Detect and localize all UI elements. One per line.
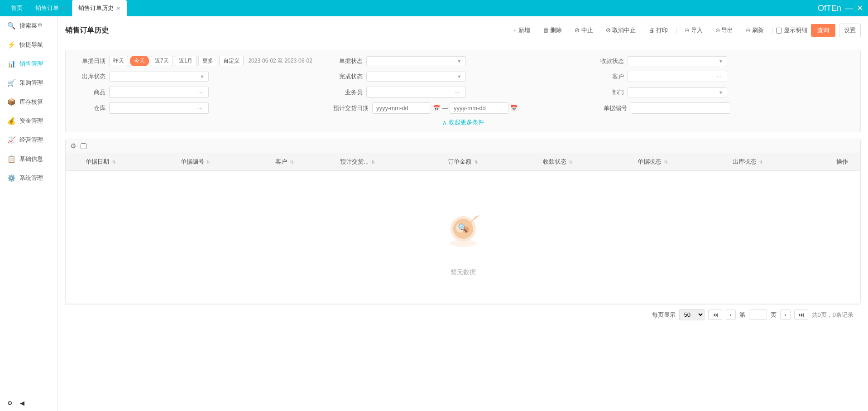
content-area: 销售订单历史 + 新增 🗑 删除 ⊘ 中止 ⊘ 取消中止 🖨 打印 ⊙ 导入 ⊙… bbox=[58, 16, 868, 411]
tab-home-label: 首页 bbox=[11, 4, 23, 12]
th-no[interactable]: 单据编号 ⇅ bbox=[177, 153, 272, 171]
goods-select[interactable]: ··· bbox=[109, 87, 209, 98]
warehouse-select[interactable]: ··· bbox=[109, 102, 209, 114]
receipt-status-label: 收款状态 bbox=[591, 57, 628, 65]
sidebar-item-sys-mgmt[interactable]: ⚙️ 系统管理 bbox=[0, 169, 58, 188]
salesperson-label: 业务员 bbox=[335, 88, 366, 97]
first-page-btn[interactable]: ⏮ bbox=[708, 309, 722, 320]
date-btn-today[interactable]: 今天 bbox=[130, 56, 149, 66]
warehouse-dots[interactable]: ··· bbox=[196, 105, 205, 111]
salesperson-dots[interactable]: ··· bbox=[453, 89, 462, 96]
receipt-status-select[interactable]: ▼ bbox=[628, 56, 727, 66]
sidebar-sys-mgmt-label: 系统管理 bbox=[19, 174, 43, 182]
new-button[interactable]: + 新增 bbox=[508, 24, 534, 37]
prev-page-btn[interactable]: ‹ bbox=[726, 309, 736, 320]
collapse-label[interactable]: 收起更多条件 bbox=[449, 118, 484, 126]
sys-mgmt-icon: ⚙️ bbox=[7, 174, 16, 182]
purchase-mgmt-icon: 🛒 bbox=[7, 79, 16, 87]
sort-amount-icon: ⇅ bbox=[474, 160, 478, 164]
delete-button[interactable]: 🗑 删除 bbox=[538, 24, 567, 37]
search-menu-icon: 🔍 bbox=[7, 22, 16, 30]
page-input[interactable]: 1 bbox=[749, 309, 767, 320]
stock-status-label: 出库状态 bbox=[73, 73, 109, 81]
date-btn-yesterday[interactable]: 昨天 bbox=[109, 56, 128, 66]
date-btn-7days[interactable]: 近7天 bbox=[151, 56, 173, 66]
th-delivery[interactable]: 预计交货... ⇅ bbox=[336, 153, 444, 171]
close-btn[interactable]: ✕ bbox=[857, 3, 863, 13]
table-settings-icon[interactable]: ⚙ bbox=[70, 142, 76, 150]
empty-state: 🔍 暂无数据 bbox=[66, 171, 860, 304]
receipt-status-arrow: ▼ bbox=[718, 58, 723, 64]
tab-sales-order[interactable]: 销售订单 ✕ bbox=[29, 0, 72, 16]
date-btn-custom[interactable]: 自定义 bbox=[219, 56, 244, 66]
sidebar-item-finance[interactable]: 💰 资金管理 bbox=[0, 111, 58, 131]
date-btn-more[interactable]: 更多 bbox=[198, 56, 217, 66]
import-button[interactable]: ⊙ 导入 bbox=[680, 24, 707, 37]
table-toolbar: ⚙ bbox=[66, 139, 860, 153]
sidebar-item-basic-info[interactable]: 📋 基础信息 bbox=[0, 150, 58, 169]
minimize-btn[interactable]: — bbox=[845, 4, 853, 13]
query-button[interactable]: 查询 bbox=[811, 24, 835, 37]
customer-dots[interactable]: ··· bbox=[715, 73, 724, 80]
print-button[interactable]: 🖨 打印 bbox=[644, 24, 673, 37]
customer-select[interactable]: ··· bbox=[628, 71, 727, 82]
bill-no-input[interactable] bbox=[631, 102, 730, 114]
sidebar-finance-label: 资金管理 bbox=[19, 117, 43, 125]
last-page-btn[interactable]: ⏭ bbox=[794, 309, 808, 320]
th-select bbox=[66, 153, 82, 171]
tab-sales-history[interactable]: 销售订单历史 ✕ bbox=[72, 0, 127, 16]
delivery-date-end-input[interactable] bbox=[450, 102, 508, 114]
sidebar-settings-icon[interactable]: ⚙ bbox=[7, 400, 13, 406]
bill-status-arrow: ▼ bbox=[457, 58, 462, 64]
stop-button[interactable]: ⊘ 中止 bbox=[570, 24, 598, 37]
data-table: 单据日期 ⇅ 单据编号 ⇅ 客户 ⇅ 预计交货... bbox=[66, 153, 860, 304]
th-bill-status[interactable]: 单据状态 ⇅ bbox=[634, 153, 729, 171]
sidebar-item-operation[interactable]: 📈 经营管理 bbox=[0, 131, 58, 150]
sidebar-bottom: ⚙ ◀ bbox=[0, 395, 58, 411]
delivery-date-group: 📅 — 📅 bbox=[372, 102, 518, 114]
calendar-end-icon[interactable]: 📅 bbox=[510, 105, 518, 111]
filter-row-4: 仓库 ··· 预计交货日期 📅 — 📅 bbox=[73, 102, 853, 114]
collapse-up-icon: ∧ bbox=[442, 119, 447, 126]
sidebar-item-sales-mgmt[interactable]: 📊 销售管理 bbox=[0, 54, 58, 73]
th-customer[interactable]: 客户 ⇅ bbox=[272, 153, 336, 171]
sidebar-item-purchase-mgmt[interactable]: 🛒 采购管理 bbox=[0, 73, 58, 92]
dept-arrow: ▼ bbox=[718, 90, 723, 95]
complete-status-select[interactable]: ▼ bbox=[366, 72, 466, 82]
export-button[interactable]: ⊙ 导出 bbox=[711, 24, 738, 37]
date-filter-control: 昨天 今天 近7天 近1月 更多 自定义 2023-06-02 至 2023-0… bbox=[109, 56, 335, 66]
delivery-date-start-input[interactable] bbox=[372, 102, 431, 114]
th-receipt-status[interactable]: 收款状态 ⇅ bbox=[539, 153, 634, 171]
sidebar-item-quick-nav[interactable]: ⚡ 快捷导航 bbox=[0, 35, 58, 54]
stock-status-select[interactable]: ▼ bbox=[109, 72, 209, 82]
date-btn-1month[interactable]: 近1月 bbox=[175, 56, 197, 66]
refresh-button[interactable]: ⊙ 刷新 bbox=[741, 24, 768, 37]
goods-dots[interactable]: ··· bbox=[196, 89, 205, 96]
sidebar-collapse-icon[interactable]: ◀ bbox=[20, 400, 24, 406]
tab-sales-order-label: 销售订单 bbox=[35, 4, 59, 12]
show-detail-checkbox[interactable]: 显示明细 bbox=[776, 26, 807, 34]
dept-select[interactable]: ▼ bbox=[628, 87, 727, 97]
next-page-btn[interactable]: › bbox=[780, 309, 790, 320]
sidebar-item-search-menu[interactable]: 🔍 搜索菜单 bbox=[0, 16, 58, 35]
show-detail-input[interactable] bbox=[776, 28, 782, 34]
main-layout: 🔍 搜索菜单 ⚡ 快捷导航 📊 销售管理 🛒 采购管理 📦 库存核算 💰 资金管… bbox=[0, 16, 868, 411]
tab-home[interactable]: 首页 bbox=[5, 0, 29, 16]
dept-label: 部门 bbox=[591, 88, 628, 97]
sidebar: 🔍 搜索菜单 ⚡ 快捷导航 📊 销售管理 🛒 采购管理 📦 库存核算 💰 资金管… bbox=[0, 16, 58, 411]
bill-status-select[interactable]: ▼ bbox=[366, 56, 466, 66]
settings-button[interactable]: 设置 bbox=[839, 24, 861, 37]
table-head: 单据日期 ⇅ 单据编号 ⇅ 客户 ⇅ 预计交货... bbox=[66, 153, 860, 171]
salesperson-select[interactable]: ··· bbox=[366, 87, 466, 98]
page-size-select[interactable]: 50 20 100 200 bbox=[679, 309, 705, 320]
cancel-stop-button[interactable]: ⊘ 取消中止 bbox=[601, 24, 641, 37]
sidebar-item-inventory[interactable]: 📦 库存核算 bbox=[0, 92, 58, 111]
tab-sales-history-close[interactable]: ✕ bbox=[116, 5, 120, 11]
th-stock-status[interactable]: 出库状态 ⇅ bbox=[729, 153, 824, 171]
th-date[interactable]: 单据日期 ⇅ bbox=[82, 153, 177, 171]
th-amount[interactable]: 订单金额 ⇅ bbox=[444, 153, 539, 171]
select-all-checkbox[interactable] bbox=[81, 143, 86, 149]
sort-customer-icon: ⇅ bbox=[290, 160, 293, 164]
tab-sales-order-close[interactable]: ✕ bbox=[62, 5, 66, 11]
calendar-start-icon[interactable]: 📅 bbox=[433, 105, 440, 111]
